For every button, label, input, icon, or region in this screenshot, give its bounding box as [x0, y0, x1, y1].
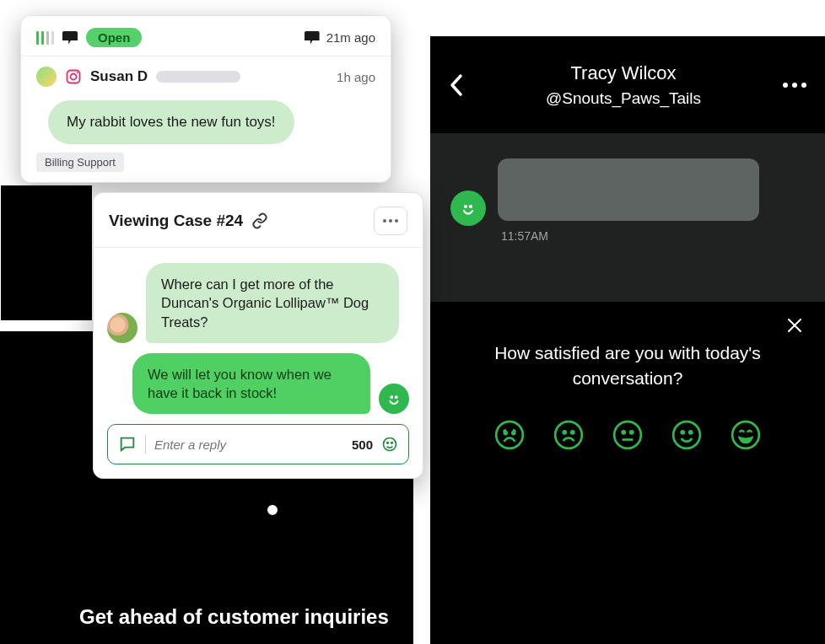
svg-point-14: [563, 431, 566, 433]
svg-point-19: [673, 421, 700, 448]
emoji-picker-icon[interactable]: [381, 436, 398, 453]
user-name: Susan D: [90, 68, 148, 85]
back-button[interactable]: [449, 72, 464, 98]
ticket-user-row: Susan D 1h ago: [21, 56, 391, 94]
ticket-age: 21m ago: [326, 30, 375, 45]
placeholder-bar: [156, 71, 240, 83]
svg-point-6: [387, 443, 389, 444]
avatar: [36, 67, 57, 87]
conversation-area: 11:57AM: [430, 133, 825, 302]
svg-point-8: [465, 206, 466, 207]
ticket-card[interactable]: Open 21m ago Susan D 1h ago: [20, 15, 391, 183]
survey-question: How satisfied are you with today's conve…: [452, 325, 803, 392]
incoming-message-bubble: Where can I get more of the Duncan's Org…: [146, 263, 399, 343]
svg-point-7: [391, 443, 393, 444]
svg-point-15: [571, 431, 574, 433]
reply-input[interactable]: [154, 437, 343, 452]
case-header: Viewing Case #24: [94, 193, 423, 248]
customer-avatar: [107, 313, 138, 343]
outgoing-message-bubble: We will let you know when we have it bac…: [132, 353, 370, 415]
section-headline: Get ahead of customer inquiries: [79, 605, 389, 629]
svg-point-13: [555, 421, 582, 448]
svg-point-16: [614, 421, 641, 448]
message-icon: [62, 31, 78, 45]
close-icon[interactable]: [786, 317, 803, 334]
message-timestamp: 11:57AM: [501, 229, 759, 243]
agent-message-bubble: [498, 158, 759, 221]
svg-point-21: [689, 431, 692, 433]
char-count: 500: [352, 437, 373, 452]
chat-header: Tracy Wilcox @Snouts_Paws_Tails: [430, 36, 825, 133]
svg-point-1: [71, 74, 77, 80]
chat-icon: [118, 435, 137, 453]
message-time: 1h ago: [337, 70, 375, 84]
survey-panel: How satisfied are you with today's conve…: [430, 302, 825, 451]
svg-point-2: [77, 72, 78, 73]
svg-point-5: [384, 438, 396, 451]
customer-message-bubble: My rabbit loves the new fun toys!: [48, 100, 294, 144]
priority-bars-icon: [36, 31, 54, 45]
incoming-message-row: Where can I get more of the Duncan's Org…: [107, 263, 409, 343]
agent-avatar: [450, 191, 486, 226]
connector-line: [272, 518, 273, 592]
contact-name: Tracy Wilcox: [464, 62, 783, 84]
svg-point-11: [504, 432, 507, 434]
svg-point-4: [396, 396, 397, 398]
more-options-button[interactable]: [783, 83, 806, 88]
instagram-icon: [65, 68, 82, 85]
case-title: Viewing Case #24: [109, 212, 243, 230]
svg-point-22: [732, 421, 759, 448]
agent-avatar: [379, 384, 409, 414]
svg-point-10: [496, 421, 523, 448]
svg-point-3: [391, 396, 392, 398]
svg-point-20: [682, 431, 684, 433]
status-badge: Open: [86, 28, 142, 47]
rating-faces-row: [452, 419, 803, 451]
ticket-header-row: Open 21m ago: [21, 16, 391, 56]
face-very-sad-icon[interactable]: [493, 419, 526, 451]
reply-input-container[interactable]: 500: [107, 424, 409, 464]
face-very-happy-icon[interactable]: [730, 419, 762, 451]
link-icon[interactable]: [251, 212, 268, 229]
connector-dot: [265, 502, 280, 518]
more-actions-button[interactable]: [374, 207, 407, 235]
svg-point-9: [470, 206, 472, 207]
svg-point-12: [512, 432, 515, 434]
divider: [145, 435, 146, 453]
message-icon: [305, 31, 320, 45]
face-neutral-icon[interactable]: [612, 419, 644, 451]
svg-point-17: [623, 431, 625, 433]
chat-screen: Tracy Wilcox @Snouts_Paws_Tails 11:57AM: [430, 36, 825, 644]
case-card: Viewing Case #24 Where can I get more of…: [93, 192, 423, 479]
contact-handle: @Snouts_Paws_Tails: [464, 89, 783, 108]
svg-point-18: [630, 431, 633, 433]
face-happy-icon[interactable]: [671, 419, 703, 451]
face-sad-icon[interactable]: [553, 419, 585, 451]
decorative-shadow: [1, 185, 92, 320]
outgoing-message-row: We will let you know when we have it bac…: [107, 353, 409, 415]
tag-chip[interactable]: Billing Support: [36, 153, 124, 172]
